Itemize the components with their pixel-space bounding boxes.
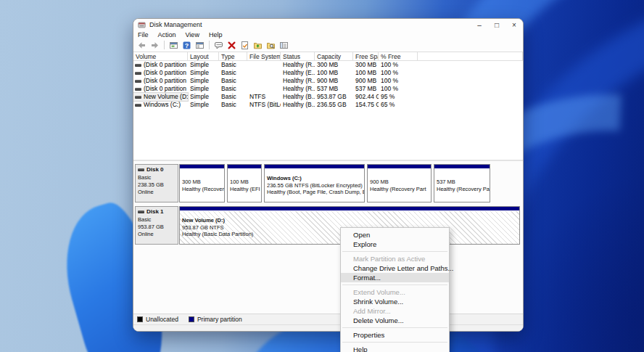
cell-freespace: 300 MB	[353, 61, 379, 69]
disk-1-label[interactable]: Disk 1 Basic 953.87 GB Online	[135, 206, 178, 245]
cell-pctfree: 100 %	[379, 61, 418, 69]
menu-item-format[interactable]: Format...	[341, 273, 449, 282]
col-filesystem[interactable]: File System	[247, 52, 281, 61]
desktop-wallpaper: Disk Management – □ × File Action View H…	[0, 0, 644, 352]
col-filler	[418, 52, 523, 61]
partition-status: Healthy (Boot, Page File, Crash Dump, Ba…	[267, 189, 362, 196]
disk-0-label[interactable]: Disk 0 Basic 238.35 GB Online	[135, 164, 178, 202]
col-volume[interactable]: Volume	[133, 52, 188, 61]
menu-action[interactable]: Action	[158, 31, 176, 38]
maximize-button[interactable]: □	[488, 19, 505, 30]
disk-1-row: Disk 1 Basic 953.87 GB Online New Volume…	[135, 206, 521, 245]
partition-status: Healthy (EFI Sy	[230, 186, 259, 193]
help-icon[interactable]: ?	[181, 40, 192, 51]
disk-kind: Basic	[138, 216, 176, 224]
table-row[interactable]: (Disk 0 partition 6) Simple Basic Health…	[133, 85, 523, 93]
partition-efi[interactable]: 100 MBHealthy (EFI Sy	[227, 164, 262, 202]
menu-item-add-mirror[interactable]: Add Mirror...	[341, 306, 449, 316]
cell-status: Healthy (R...	[281, 85, 315, 93]
table-row-selected[interactable]: New Volume (D:) Simple Basic NTFS Health…	[133, 93, 523, 101]
disk-0-row: Disk 0 Basic 238.35 GB Online 300 MBHeal…	[135, 164, 521, 202]
menu-separator	[342, 251, 447, 252]
cell-type: Basic	[219, 85, 247, 93]
disk-size: 238.35 GB	[138, 181, 176, 189]
col-pctfree[interactable]: % Free	[379, 52, 418, 61]
partition-size: 900 MB	[370, 179, 429, 186]
menu-item-open[interactable]: Open	[341, 230, 449, 240]
cell-pctfree: 100 %	[379, 69, 418, 77]
cell-volume: Windows (C:)	[144, 101, 181, 109]
menu-item-shrink-volume[interactable]: Shrink Volume...	[341, 297, 449, 306]
cell-layout: Simple	[188, 61, 219, 69]
col-layout[interactable]: Layout	[188, 52, 219, 61]
folder-search-icon[interactable]	[265, 40, 276, 51]
menu-item-properties[interactable]: Properties	[341, 330, 449, 340]
cell-type: Basic	[219, 69, 247, 77]
partition-recovery-2[interactable]: 900 MBHealthy (Recovery Part	[367, 164, 432, 202]
partition-size: 537 MB	[437, 179, 487, 186]
toolbar-separator	[164, 41, 165, 49]
cell-pctfree: 100 %	[379, 77, 418, 85]
menu-file[interactable]: File	[138, 31, 149, 38]
menu-item-explore[interactable]: Explore	[341, 240, 449, 249]
col-status[interactable]: Status	[281, 52, 315, 61]
disk-0-partitions: 300 MBHealthy (Recovery 100 MBHealthy (E…	[179, 164, 490, 202]
svg-text:?: ?	[185, 41, 189, 49]
status-bar	[133, 324, 523, 331]
menu-item-change-drive-letter[interactable]: Change Drive Letter and Paths...	[341, 263, 449, 273]
partition-size: 236.55 GB NTFS (BitLocker Encrypted)	[267, 182, 362, 189]
cell-type: Basic	[219, 93, 247, 101]
volume-icon	[135, 96, 141, 99]
details-pane-icon[interactable]	[278, 40, 289, 51]
delete-x-icon[interactable]	[226, 40, 237, 51]
col-type[interactable]: Type	[219, 52, 247, 61]
status-bubble-icon[interactable]	[213, 40, 224, 51]
toolbar: ?	[133, 38, 523, 52]
menu-item-extend-volume[interactable]: Extend Volume...	[341, 287, 449, 297]
close-button[interactable]: ×	[505, 19, 523, 30]
menu-item-mark-partition-active[interactable]: Mark Partition as Active	[341, 254, 449, 263]
partition-recovery-3[interactable]: 537 MBHealthy (Recovery Pa	[434, 164, 490, 202]
cell-volume: (Disk 0 partition 1)	[144, 61, 188, 69]
disk-icon	[138, 210, 144, 213]
console-window-icon[interactable]	[168, 40, 179, 51]
partition-status: Healthy (Recovery Part	[370, 186, 429, 193]
volume-icon	[135, 104, 141, 107]
wallpaper-shade	[508, 174, 644, 352]
cell-volume: New Volume (D:)	[144, 93, 188, 101]
minimize-button[interactable]: –	[471, 19, 488, 30]
partition-windows-c[interactable]: Windows (C:)236.55 GB NTFS (BitLocker En…	[264, 164, 365, 202]
partition-recovery-1[interactable]: 300 MBHealthy (Recovery	[179, 164, 225, 202]
table-row[interactable]: (Disk 0 partition 2) Simple Basic Health…	[133, 69, 523, 77]
menu-view[interactable]: View	[186, 31, 199, 38]
volume-icon	[135, 72, 141, 75]
app-icon	[138, 21, 146, 29]
table-row[interactable]: Windows (C:) Simple Basic NTFS (BitLo...…	[133, 101, 523, 109]
volume-icon	[135, 64, 141, 67]
console-tree-icon[interactable]	[194, 40, 205, 51]
cell-pctfree: 95 %	[379, 93, 418, 101]
menu-help[interactable]: Help	[209, 31, 223, 38]
forward-icon[interactable]	[149, 40, 160, 51]
disk-management-window: Disk Management – □ × File Action View H…	[133, 18, 524, 332]
partition-size: 300 MB	[182, 179, 222, 186]
cell-layout: Simple	[188, 69, 219, 77]
cell-capacity: 236.55 GB	[315, 101, 353, 109]
cell-layout: Simple	[188, 93, 219, 101]
partition-title: New Volume (D:)	[182, 217, 517, 224]
check-page-icon[interactable]	[239, 40, 250, 51]
table-row[interactable]: (Disk 0 partition 1) Simple Basic Health…	[133, 61, 523, 69]
col-capacity[interactable]: Capacity	[315, 52, 353, 61]
back-icon[interactable]	[136, 40, 147, 51]
menu-item-delete-volume[interactable]: Delete Volume...	[341, 316, 449, 325]
title-bar[interactable]: Disk Management – □ ×	[133, 19, 523, 30]
menu-item-help[interactable]: Help	[341, 345, 449, 352]
toolbar-separator	[209, 41, 210, 49]
folder-up-icon[interactable]	[252, 40, 263, 51]
cell-status: Healthy (B...	[281, 101, 315, 109]
cell-type: Basic	[219, 101, 247, 109]
col-freespace[interactable]: Free Spa...	[353, 52, 379, 61]
cell-freespace: 537 MB	[353, 85, 379, 93]
table-row[interactable]: (Disk 0 partition 5) Simple Basic Health…	[133, 77, 523, 85]
cell-capacity: 300 MB	[315, 61, 353, 69]
